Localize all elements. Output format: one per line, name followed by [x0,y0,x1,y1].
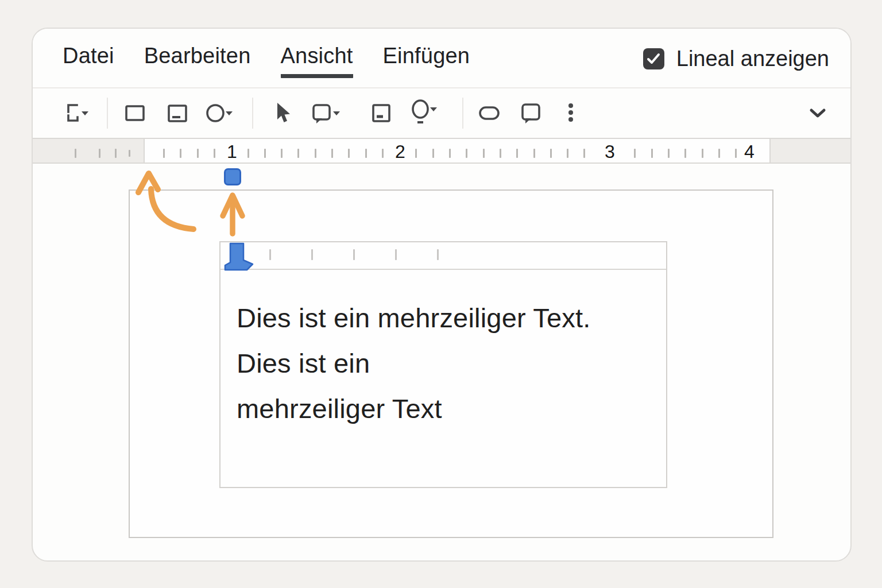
ruler-tick [415,149,417,158]
text-box[interactable]: Dies ist ein mehrzeiliger Text. Dies ist… [219,241,667,488]
more-options-icon [558,100,583,126]
ruler-tick [180,149,181,158]
ruler-tick [348,149,350,158]
ruler-tick [129,150,130,157]
textbox-ruler-tick [437,249,439,260]
ruler-tick [550,149,552,158]
textbox-ruler-tick [353,249,355,260]
speech-bubble-button[interactable] [518,100,543,126]
ruler-tick [684,149,686,158]
speech-bubble-icon [518,100,543,126]
ruler-tick [281,149,283,158]
collapse-toolbar-button[interactable] [805,100,830,126]
straight-arrow-icon [223,195,242,234]
ruler-tick [331,149,333,158]
comment-tool-button[interactable] [309,100,342,126]
ruler-tick [449,149,451,158]
ruler-tick [634,149,636,158]
textbox-line: Dies ist ein [237,341,660,386]
line-tool-icon [61,100,94,126]
ruler-tick [516,149,518,158]
ruler-tick [365,149,367,158]
ruler-tick [668,149,670,158]
toolbar [33,88,850,138]
ruler-tick [264,149,266,158]
screenshot-stage: Datei Bearbeiten Ansicht Einfügen Lineal… [0,0,882,588]
textbox-line: Dies ist ein mehrzeiliger Text. [237,295,660,341]
textbox-content: Dies ist ein mehrzeiliger Text. Dies ist… [237,295,660,431]
ellipse-shape-button[interactable] [204,100,237,126]
ruler-tick [432,149,434,158]
ruler-number: 1 [227,141,237,163]
ruler-number: 2 [395,141,405,163]
ruler-tick [567,149,568,158]
ruler-tick [247,149,249,158]
textbox-ruler[interactable] [220,242,666,270]
ruler-tick [651,149,653,158]
textbox-line: mehrzeiliger Text [237,386,660,431]
chevron-down-icon [805,100,830,126]
comment-bubble-icon [309,100,342,126]
textbox-ruler-tick [395,249,397,260]
ruler-tick [382,149,384,158]
ruler-tick [702,149,703,158]
rectangle-text-shape-button[interactable] [165,100,190,126]
ruler-tick [735,149,737,158]
ruler-tick [315,149,316,158]
ruler-tick [500,149,501,158]
ruler-number: 3 [605,141,615,163]
line-tool-button[interactable] [61,100,94,126]
rectangle-text-shape-icon [165,100,190,126]
ruler-tick [214,149,215,158]
checkbox-checked-icon[interactable] [643,48,664,69]
ruler-tick [115,149,117,158]
pill-shape-icon [477,100,502,126]
select-cursor-icon [268,100,293,126]
curved-arrow-icon [138,173,194,229]
menu-item-datei[interactable]: Datei [63,44,114,78]
rectangle-shape-icon [122,100,148,126]
horizontal-ruler[interactable]: 1234 [33,138,850,164]
ruler-tick [533,149,535,158]
ruler-toggle-label: Lineal anzeigen [676,47,829,71]
menu-item-ansicht[interactable]: Ansicht [281,44,353,78]
ellipse-tool-button[interactable] [409,100,442,126]
ruler-tick [297,149,299,158]
ruler-tick [483,149,485,158]
toolbar-divider [462,98,463,129]
ruler-tick [583,149,585,158]
ruler-visibility-toggle[interactable]: Lineal anzeigen [643,29,829,88]
pill-shape-button[interactable] [477,100,502,126]
textbox-ruler-tick [311,249,313,260]
ruler-tick [718,149,720,158]
text-box-button[interactable] [369,100,394,126]
textbox-indent-marker[interactable] [220,242,261,272]
menu-bar: Datei Bearbeiten Ansicht Einfügen Lineal… [33,29,850,88]
ruler-number: 4 [744,141,755,163]
rectangle-shape-button[interactable] [122,100,148,126]
app-window: Datei Bearbeiten Ansicht Einfügen Lineal… [32,28,852,562]
more-options-button[interactable] [558,100,583,126]
ruler-tick [197,149,199,158]
ruler-tick [75,149,76,158]
menu-item-einfuegen[interactable]: Einfügen [383,44,470,78]
toolbar-divider [252,98,253,129]
ruler-tick [163,149,165,158]
ruler-tick [99,149,100,158]
checkmark-icon [646,51,661,66]
select-tool-button[interactable] [268,100,293,126]
ruler-active-area [144,139,771,163]
text-box-icon [369,100,394,126]
ruler-tick [466,149,467,158]
menu-item-bearbeiten[interactable]: Bearbeiten [144,44,251,78]
ellipse-shape-icon [204,100,237,126]
textbox-ruler-tick [269,249,271,260]
annotation-arrows [130,165,257,239]
toolbar-divider [107,98,108,129]
ellipse-tool-icon [409,98,442,128]
